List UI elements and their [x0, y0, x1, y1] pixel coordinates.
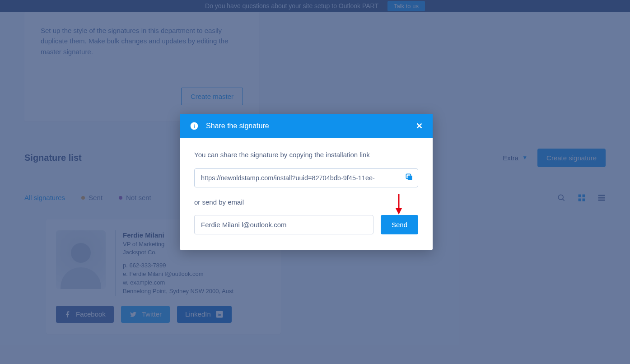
svg-rect-13 [194, 124, 195, 125]
or-send-label: or send by email [194, 198, 418, 206]
modal-title: Share the signature [206, 122, 409, 130]
info-icon [190, 121, 199, 131]
copy-icon[interactable] [405, 173, 414, 183]
share-signature-modal: Share the signature ✕ You can share the … [180, 114, 433, 250]
svg-rect-14 [408, 176, 412, 180]
email-input[interactable] [194, 215, 373, 234]
send-row: Send [194, 215, 418, 234]
send-button[interactable]: Send [381, 215, 418, 234]
modal-body: You can share the signature by copying t… [180, 138, 433, 250]
modal-header: Share the signature ✕ [180, 114, 433, 138]
modal-helper-text: You can share the signature by copying t… [194, 151, 418, 159]
install-link-input[interactable] [194, 168, 418, 187]
install-link-box [194, 168, 418, 187]
svg-rect-12 [194, 125, 195, 128]
close-icon[interactable]: ✕ [416, 121, 423, 131]
